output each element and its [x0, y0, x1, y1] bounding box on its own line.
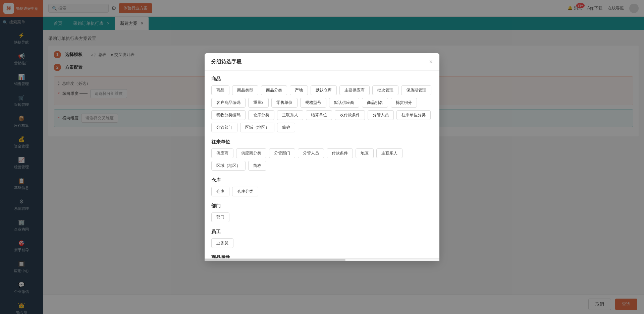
tag-grid-product: 商品商品类型商品分类产地默认仓库主要供应商批次管理保质期管理客户商品编码重量3零… — [211, 85, 433, 132]
tag-grid-department: 部门 — [211, 212, 433, 222]
modal-header: 分组待选字段 × — [205, 53, 439, 71]
tag-product-11[interactable]: 规格型号 — [300, 98, 326, 108]
tag-counterpart-6[interactable]: 主联系人 — [376, 148, 402, 158]
tag-product-3[interactable]: 产地 — [290, 85, 308, 95]
tag-product-15[interactable]: 税收分类编码 — [211, 110, 246, 120]
section-title-product: 商品 — [211, 76, 433, 82]
tag-product-4[interactable]: 默认仓库 — [311, 85, 337, 95]
tag-product-7[interactable]: 保质期管理 — [401, 85, 431, 95]
section-title-counterpart: 往来单位 — [211, 139, 433, 145]
tag-product-10[interactable]: 零售单位 — [271, 98, 298, 108]
section-title-employee: 员工 — [211, 229, 433, 235]
tag-product-18[interactable]: 结算单位 — [306, 110, 332, 120]
section-department: 部门部门 — [211, 203, 433, 222]
tag-product-23[interactable]: 区域（地区） — [240, 123, 274, 132]
tag-product-20[interactable]: 分管人员 — [368, 110, 394, 120]
tag-product-22[interactable]: 分管部门 — [211, 123, 237, 132]
tag-grid-employee: 业务员 — [211, 238, 433, 248]
tag-counterpart-0[interactable]: 供应商 — [211, 148, 233, 158]
tag-counterpart-5[interactable]: 地区 — [356, 148, 374, 158]
modal-hscroll-thumb — [205, 259, 345, 261]
modal-close-btn[interactable]: × — [429, 59, 433, 65]
tag-product-14[interactable]: 拣货积分 — [391, 98, 417, 108]
tag-product-5[interactable]: 主要供应商 — [339, 85, 370, 95]
tag-counterpart-3[interactable]: 分管人员 — [298, 148, 324, 158]
tag-product-19[interactable]: 收付款条件 — [335, 110, 365, 120]
tag-counterpart-7[interactable]: 区域（地区） — [211, 161, 246, 171]
section-product: 商品商品商品类型商品分类产地默认仓库主要供应商批次管理保质期管理客户商品编码重量… — [211, 76, 433, 132]
section-counterpart: 往来单位供应商供应商分类分管部门分管人员付款条件地区主联系人区域（地区）简称 — [211, 139, 433, 171]
tag-product-8[interactable]: 客户商品编码 — [211, 98, 246, 108]
modal-title: 分组待选字段 — [211, 59, 241, 65]
tag-grid-warehouse: 仓库仓库分类 — [211, 187, 433, 196]
tag-department-0[interactable]: 部门 — [211, 212, 229, 222]
modal-horizontal-scrollbar[interactable] — [205, 258, 439, 261]
section-title-product-attr: 商品属性 — [211, 255, 433, 258]
modal-body[interactable]: 商品商品商品类型商品分类产地默认仓库主要供应商批次管理保质期管理客户商品编码重量… — [205, 71, 439, 258]
tag-product-12[interactable]: 默认供应商 — [329, 98, 359, 108]
modal-overlay[interactable]: 分组待选字段 × 商品商品商品类型商品分类产地默认仓库主要供应商批次管理保质期管… — [0, 0, 644, 314]
tag-product-24[interactable]: 简称 — [277, 123, 295, 132]
tag-product-2[interactable]: 商品分类 — [261, 85, 287, 95]
tag-product-9[interactable]: 重量3 — [248, 98, 269, 108]
section-product-attr: 商品属性属性颜色多规格尺码鞋码1 — [211, 255, 433, 258]
tag-product-17[interactable]: 主联系人 — [277, 110, 303, 120]
tag-product-0[interactable]: 商品 — [211, 85, 229, 95]
tag-counterpart-4[interactable]: 付款条件 — [327, 148, 353, 158]
section-warehouse: 仓库仓库仓库分类 — [211, 177, 433, 196]
tag-counterpart-8[interactable]: 简称 — [248, 161, 266, 171]
tag-grid-counterpart: 供应商供应商分类分管部门分管人员付款条件地区主联系人区域（地区）简称 — [211, 148, 433, 171]
tag-product-16[interactable]: 仓库分类 — [248, 110, 274, 120]
tag-product-6[interactable]: 批次管理 — [372, 85, 398, 95]
modal: 分组待选字段 × 商品商品商品类型商品分类产地默认仓库主要供应商批次管理保质期管… — [205, 53, 439, 261]
tag-warehouse-1[interactable]: 仓库分类 — [232, 187, 258, 196]
tag-employee-0[interactable]: 业务员 — [211, 238, 233, 248]
tag-product-13[interactable]: 商品别名 — [362, 98, 388, 108]
tag-counterpart-2[interactable]: 分管部门 — [269, 148, 295, 158]
section-title-warehouse: 仓库 — [211, 177, 433, 183]
section-title-department: 部门 — [211, 203, 433, 209]
tag-warehouse-0[interactable]: 仓库 — [211, 187, 229, 196]
tag-product-21[interactable]: 往来单位分类 — [396, 110, 431, 120]
tag-counterpart-1[interactable]: 供应商分类 — [236, 148, 266, 158]
section-employee: 员工业务员 — [211, 229, 433, 248]
tag-product-1[interactable]: 商品类型 — [232, 85, 258, 95]
